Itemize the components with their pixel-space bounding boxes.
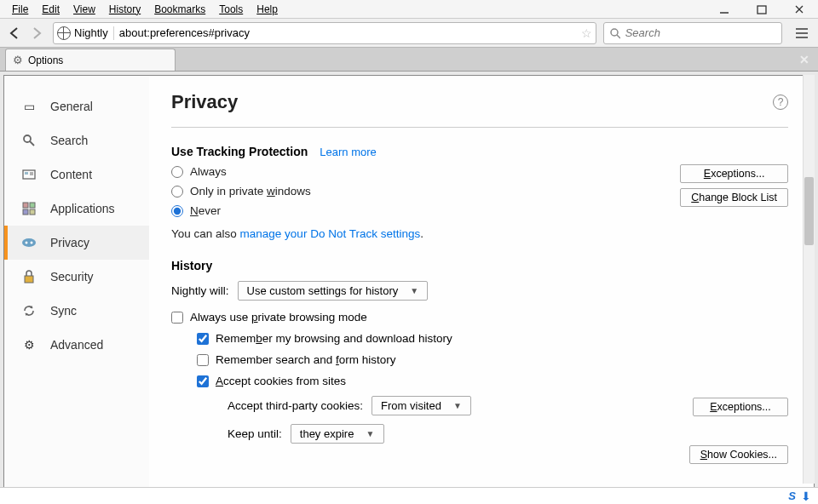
preferences-main: Privacy ? Use Tracking Protection Learn …: [149, 76, 814, 490]
remember-search-checkbox[interactable]: Remember search and form history: [197, 353, 788, 366]
search-icon: [609, 27, 620, 39]
remember-history-checkbox[interactable]: Remember my browsing and download histor…: [197, 332, 788, 345]
bookmark-star-icon[interactable]: ☆: [581, 26, 592, 40]
svg-rect-9: [25, 172, 28, 175]
svg-point-18: [31, 242, 33, 244]
svg-line-7: [30, 141, 34, 146]
history-mode-label: Nightly will:: [171, 284, 229, 297]
status-s-icon[interactable]: S: [788, 490, 796, 502]
apps-icon: [21, 201, 37, 216]
chevron-down-icon: ▼: [410, 286, 418, 295]
preferences-window: ▭General Search Content Applications Pri…: [3, 75, 815, 490]
url-bar[interactable]: Nightly about:preferences#privacy ☆: [53, 22, 596, 44]
menu-view[interactable]: View: [66, 2, 102, 17]
search-input[interactable]: [625, 26, 776, 39]
sidebar-item-general[interactable]: ▭General: [4, 89, 149, 123]
svg-line-5: [617, 35, 620, 38]
download-arrow-icon[interactable]: ⬇: [801, 490, 811, 503]
back-button[interactable]: [5, 24, 24, 43]
mask-icon: [21, 235, 37, 250]
svg-rect-12: [23, 203, 28, 208]
preferences-sidebar: ▭General Search Content Applications Pri…: [4, 76, 149, 490]
keep-until-label: Keep until:: [228, 427, 282, 440]
cookies-exceptions-button[interactable]: Exceptions...: [693, 398, 788, 416]
sidebar-item-privacy[interactable]: Privacy: [4, 226, 149, 260]
svg-rect-19: [25, 276, 33, 283]
menu-tools[interactable]: Tools: [212, 2, 250, 17]
tracking-heading: Use Tracking Protection: [171, 145, 308, 158]
learn-more-link[interactable]: Learn more: [320, 146, 376, 158]
globe-icon: [57, 26, 71, 40]
identity-label: Nightly: [74, 26, 108, 39]
app-menu-button[interactable]: [791, 22, 813, 44]
search-box[interactable]: [603, 22, 782, 44]
svg-rect-14: [23, 209, 28, 215]
sidebar-item-sync[interactable]: Sync: [4, 294, 149, 328]
tab-strip: ⚙ Options ✕: [0, 48, 818, 72]
dnt-link[interactable]: manage your Do Not Track settings: [240, 227, 421, 240]
help-icon[interactable]: ?: [773, 94, 788, 110]
change-block-list-button[interactable]: Change Block List: [680, 188, 788, 207]
device-icon: ▭: [21, 99, 37, 114]
svg-point-6: [24, 135, 31, 142]
divider: [171, 127, 788, 128]
vertical-scrollbar[interactable]: [803, 75, 815, 484]
sidebar-item-advanced[interactable]: ⚙Advanced: [4, 328, 149, 362]
svg-point-4: [611, 29, 618, 36]
history-heading: History: [171, 259, 788, 272]
sidebar-item-applications[interactable]: Applications: [4, 192, 149, 226]
sidebar-item-content[interactable]: Content: [4, 158, 149, 192]
svg-point-17: [26, 242, 28, 244]
chevron-down-icon: ▼: [366, 429, 374, 438]
menu-help[interactable]: Help: [250, 2, 285, 17]
forward-button[interactable]: [27, 24, 46, 43]
tab-label: Options: [28, 54, 63, 66]
navigation-toolbar: Nightly about:preferences#privacy ☆: [0, 19, 818, 48]
sidebar-item-security[interactable]: Security: [4, 260, 149, 294]
maximize-button[interactable]: [743, 0, 781, 19]
always-private-checkbox[interactable]: Always use private browsing mode: [171, 311, 788, 324]
tracking-exceptions-button[interactable]: Exceptions...: [680, 164, 788, 183]
sync-icon: [21, 303, 37, 318]
dnt-sentence: You can also manage your Do Not Track se…: [171, 227, 423, 240]
lock-icon: [21, 269, 37, 284]
statusbar: S ⬇: [0, 487, 818, 504]
search-icon: [21, 133, 37, 148]
minimize-button[interactable]: [706, 0, 743, 19]
gear-icon: ⚙: [21, 337, 37, 352]
tabstrip-close-icon[interactable]: ✕: [799, 53, 809, 66]
svg-rect-13: [30, 203, 35, 208]
menu-edit[interactable]: Edit: [35, 2, 66, 17]
gear-icon: ⚙: [13, 54, 23, 66]
scrollbar-thumb[interactable]: [804, 177, 814, 245]
menu-history[interactable]: History: [102, 2, 147, 17]
accept-cookies-checkbox[interactable]: Accept cookies from sites: [197, 375, 788, 387]
show-cookies-button[interactable]: Show Cookies...: [689, 445, 788, 464]
identity-block[interactable]: Nightly: [57, 26, 114, 40]
keep-until-select[interactable]: they expire▼: [291, 424, 384, 444]
svg-rect-1: [758, 6, 766, 14]
page-title: Privacy: [171, 91, 788, 113]
content-icon: [21, 167, 37, 182]
menubar: File Edit View History Bookmarks Tools H…: [0, 0, 818, 19]
svg-rect-15: [30, 209, 35, 215]
menu-file[interactable]: File: [5, 2, 35, 17]
third-party-cookies-select[interactable]: From visited▼: [372, 396, 471, 415]
close-button[interactable]: [781, 0, 818, 19]
third-party-cookies-label: Accept third-party cookies:: [228, 399, 363, 412]
svg-point-16: [22, 238, 36, 247]
menu-bookmarks[interactable]: Bookmarks: [147, 2, 212, 17]
sidebar-item-search[interactable]: Search: [4, 123, 149, 158]
chevron-down-icon: ▼: [453, 401, 462, 410]
tab-options[interactable]: ⚙ Options: [5, 49, 176, 71]
history-mode-select[interactable]: Use custom settings for history▼: [238, 281, 429, 301]
url-text: about:preferences#privacy: [119, 26, 250, 39]
